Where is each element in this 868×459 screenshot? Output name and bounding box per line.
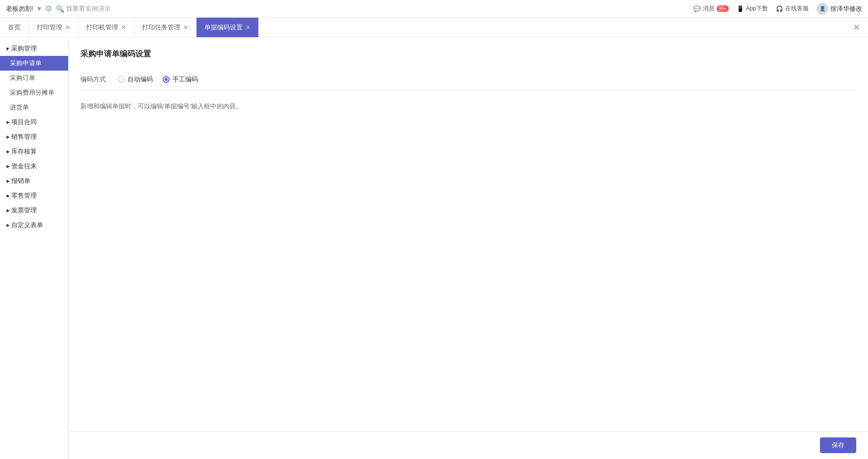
online-service-action[interactable]: 🎧 在线客服 xyxy=(776,4,809,13)
phone-icon: 📱 xyxy=(737,5,744,12)
search-icon: 🔍 xyxy=(56,5,64,13)
tab-home[interactable]: 首页 xyxy=(0,18,29,37)
sidebar-group-retail-mgmt[interactable]: ▾ 零售管理 xyxy=(0,188,68,203)
tab-print-task-mgmt[interactable]: 打印任务管理 ✕ xyxy=(134,18,197,37)
app-download-label: App下数 xyxy=(746,4,768,13)
sidebar-item-purchase-order-label: 采购订单 xyxy=(10,74,35,81)
close-printer-mgmt-icon[interactable]: ✕ xyxy=(121,24,126,31)
hint-text: 新增和编辑单据时，可以编辑'单据编号'输入框中的内容。 xyxy=(80,98,856,115)
coding-section: 编码方式 自动编码 手工编码 xyxy=(80,69,856,90)
coding-method-label: 编码方式 xyxy=(80,75,106,84)
tab-single-barcode-settings[interactable]: 单据编码设置 ✕ xyxy=(197,18,259,37)
main-content: 采购申请单编码设置 编码方式 自动编码 手工编码 新增和编辑单据时，可以编辑'单… xyxy=(69,37,868,459)
chevron-right-icon-inventory: ▾ xyxy=(4,150,11,153)
page-title: 采购申请单编码设置 xyxy=(80,49,856,59)
sidebar-group-fund-transaction[interactable]: ▾ 资金往来 xyxy=(0,159,68,174)
chevron-right-icon-project: ▾ xyxy=(4,121,11,124)
close-print-mgmt-icon[interactable]: ✕ xyxy=(65,24,70,31)
top-bar-right: 💬 消息 99+ 📱 App下数 🎧 在线客服 👤 徐泽华修改 xyxy=(694,3,862,15)
chevron-right-icon-sales: ▾ xyxy=(4,135,11,139)
page-content: 采购申请单编码设置 编码方式 自动编码 手工编码 新增和编辑单据时，可以编辑'单… xyxy=(69,37,868,431)
sidebar-group-expense-report[interactable]: ▾ 报销单 xyxy=(0,174,68,188)
sidebar-group-fund-transaction-label: 资金往来 xyxy=(11,162,37,171)
sidebar-group-custom-form-label: 自定义表单 xyxy=(11,221,43,230)
manual-code-label: 手工编码 xyxy=(173,75,198,84)
close-all-tabs[interactable]: ✕ xyxy=(845,18,868,37)
sidebar-group-retail-mgmt-label: 零售管理 xyxy=(11,191,37,200)
chevron-down-icon: ▾ xyxy=(6,45,9,52)
tab-printer-mgmt-label: 打印机管理 xyxy=(86,23,118,32)
sidebar-item-inbound-label: 进货单 xyxy=(10,103,29,111)
tab-print-mgmt-label: 打印管理 xyxy=(37,23,62,32)
save-button[interactable]: 保存 xyxy=(820,437,856,453)
user-info[interactable]: 👤 徐泽华修改 xyxy=(817,3,862,15)
dropdown-icon[interactable]: ▾ xyxy=(37,4,41,13)
sidebar-group-invoice-mgmt[interactable]: ▾ 发票管理 xyxy=(0,203,68,218)
layout: ▾ 采购管理 采购申请单 采购订单 采购费用分摊单 进货单 ▾ 项目合同 ▾ 销… xyxy=(0,37,868,459)
radio-auto-circle xyxy=(118,76,124,83)
chevron-right-icon-custom: ▾ xyxy=(4,224,11,227)
sidebar-group-inventory[interactable]: ▾ 库存核算 xyxy=(0,144,68,159)
sidebar-item-purchase-order[interactable]: 采购订单 xyxy=(0,71,68,85)
sidebar-group-project-contract-label: 项目合同 xyxy=(11,118,37,127)
top-bar-left: 老板勿割! ▾ ⚙ 🔍 我要看实例演示 xyxy=(6,4,111,13)
chevron-right-icon-invoice: ▾ xyxy=(4,209,11,212)
top-bar: 老板勿割! ▾ ⚙ 🔍 我要看实例演示 💬 消息 99+ 📱 App下数 🎧 在… xyxy=(0,0,868,18)
avatar: 👤 xyxy=(817,3,828,15)
radio-auto-code[interactable]: 自动编码 xyxy=(118,75,153,84)
settings-icon[interactable]: ⚙ xyxy=(45,4,52,13)
sidebar-group-sales-mgmt[interactable]: ▾ 销售管理 xyxy=(0,129,68,144)
bottom-bar: 保存 xyxy=(69,431,868,459)
sidebar-item-inbound[interactable]: 进货单 xyxy=(0,100,68,115)
app-title: 老板勿割! xyxy=(6,4,33,13)
sidebar-group-expense-report-label: 报销单 xyxy=(11,177,30,185)
sidebar-group-invoice-mgmt-label: 发票管理 xyxy=(11,206,37,215)
headset-icon: 🎧 xyxy=(776,5,783,12)
user-name: 徐泽华修改 xyxy=(830,4,862,13)
tab-print-task-mgmt-label: 打印任务管理 xyxy=(142,23,180,32)
sidebar-item-purchase-request[interactable]: 采购申请单 xyxy=(0,56,68,71)
sidebar-item-purchase-expense-label: 采购费用分摊单 xyxy=(10,89,54,96)
tab-single-barcode-settings-label: 单据编码设置 xyxy=(204,23,243,32)
search-text: 我要看实例演示 xyxy=(66,4,111,13)
sidebar-group-inventory-label: 库存核算 xyxy=(11,147,37,156)
sidebar-group-purchase-mgmt-label: 采购管理 xyxy=(11,44,37,53)
message-icon: 💬 xyxy=(694,5,701,12)
message-label: 消息 xyxy=(703,4,715,13)
sidebar-item-purchase-expense[interactable]: 采购费用分摊单 xyxy=(0,85,68,100)
radio-manual-circle xyxy=(163,76,170,83)
chevron-right-icon-retail: ▾ xyxy=(4,194,11,198)
radio-manual-code[interactable]: 手工编码 xyxy=(163,75,198,84)
online-service-label: 在线客服 xyxy=(785,4,809,13)
auto-code-label: 自动编码 xyxy=(127,75,153,84)
sidebar-group-sales-mgmt-label: 销售管理 xyxy=(11,132,37,141)
close-single-barcode-settings-icon[interactable]: ✕ xyxy=(246,24,250,31)
sidebar-group-project-contract[interactable]: ▾ 项目合同 xyxy=(0,115,68,129)
sidebar-item-purchase-request-label: 采购申请单 xyxy=(10,59,42,67)
chevron-right-icon-fund: ▾ xyxy=(4,165,11,168)
tab-print-mgmt[interactable]: 打印管理 ✕ xyxy=(29,18,78,37)
sidebar: ▾ 采购管理 采购申请单 采购订单 采购费用分摊单 进货单 ▾ 项目合同 ▾ 销… xyxy=(0,37,69,459)
app-download-action[interactable]: 📱 App下数 xyxy=(737,4,768,13)
tab-printer-mgmt[interactable]: 打印机管理 ✕ xyxy=(78,18,134,37)
sidebar-group-custom-form[interactable]: ▾ 自定义表单 xyxy=(0,218,68,232)
sidebar-group-purchase-mgmt[interactable]: ▾ 采购管理 xyxy=(0,41,68,56)
chevron-right-icon-expense: ▾ xyxy=(4,179,11,183)
tab-home-label: 首页 xyxy=(8,23,21,32)
radio-group: 自动编码 手工编码 xyxy=(118,75,198,84)
search-demo[interactable]: 🔍 我要看实例演示 xyxy=(56,4,111,13)
message-action[interactable]: 💬 消息 99+ xyxy=(694,4,729,13)
close-print-task-mgmt-icon[interactable]: ✕ xyxy=(183,24,188,31)
tab-bar: 首页 打印管理 ✕ 打印机管理 ✕ 打印任务管理 ✕ 单据编码设置 ✕ ✕ xyxy=(0,18,868,37)
message-badge: 99+ xyxy=(717,5,729,12)
